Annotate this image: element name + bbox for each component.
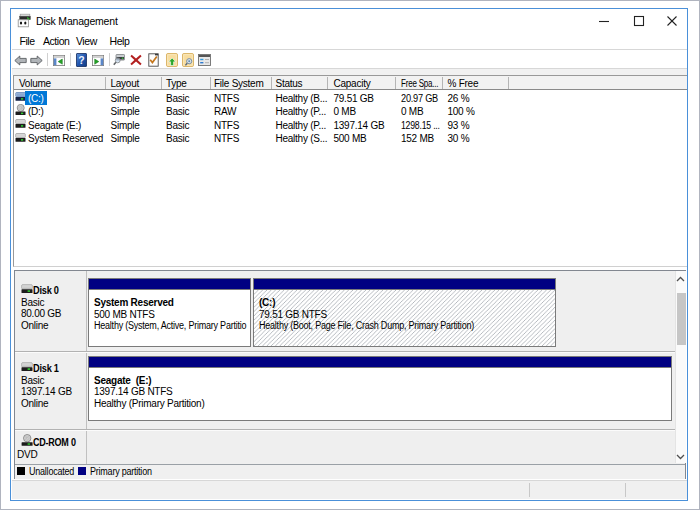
svg-text:?: ? bbox=[78, 54, 84, 66]
